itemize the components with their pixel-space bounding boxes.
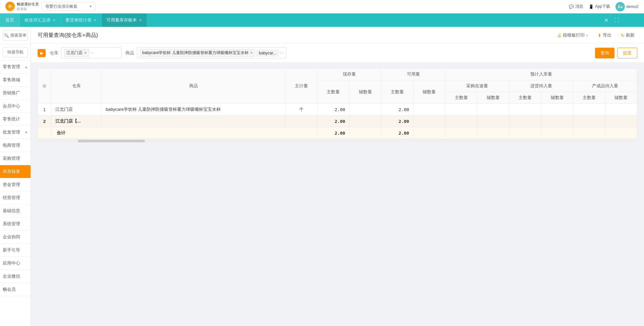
sidebar-item-ecommerce[interactable]: 电商管理 — [0, 139, 31, 152]
sidebar-item-marketing[interactable]: 营销推广 — [0, 87, 31, 100]
tab-available-close[interactable]: ✕ — [139, 18, 142, 22]
top-header: 好 畅捷通好生意 标准版 母婴行业演示账套 ▾ 💬 消息 📱 App下载 Ea … — [0, 0, 644, 13]
nav-expand-btn[interactable]: ⛶ — [612, 17, 621, 23]
warehouse-ellipsis[interactable]: ··· — [91, 51, 94, 55]
col-estimated-header: 预计入库量 — [445, 68, 637, 80]
logo-text-block: 畅捷通好生意 标准版 — [17, 2, 39, 11]
col-stock-header: 现存量 — [317, 68, 381, 80]
sidebar-item-label: 应用中心 — [3, 260, 20, 266]
scrollbar-thumb[interactable] — [78, 140, 145, 142]
cell-finished-aux — [605, 104, 637, 115]
tab-receive[interactable]: 收发存汇总表 ✕ — [20, 13, 61, 27]
sidebar-item-enterprise[interactable]: 企业协同 — [0, 231, 31, 244]
table-settings-icon[interactable]: ⚙ — [42, 83, 47, 89]
cell-stock-main: 2.00 — [317, 104, 349, 115]
summary-purchase-main — [445, 127, 477, 139]
sidebar-item-purchase[interactable]: 采购管理 — [0, 152, 31, 165]
page-header: 可用量查询(按仓库+商品) 🖨 按模板打印 ▾ ⬆ 导出 ↻ 刷新 — [31, 27, 644, 43]
col-incoming-main: 主数量 — [509, 92, 541, 104]
sidebar-item-vip[interactable]: 畅会员 — [0, 283, 31, 296]
message-btn[interactable]: 💬 消息 — [569, 4, 583, 9]
sidebar-item-basic-info[interactable]: 基础信息 — [0, 204, 31, 218]
sidebar-item-retail-mall[interactable]: 零售商城 — [0, 74, 31, 87]
quick-nav-area: 快捷导航 — [0, 44, 31, 60]
warehouse-tag-remove[interactable]: ✕ — [84, 51, 87, 55]
cell-purchase-main — [445, 104, 477, 115]
header-left: 好 畅捷通好生意 标准版 母婴行业演示账套 ▾ — [5, 2, 95, 11]
quick-nav-btn[interactable]: 快捷导航 — [3, 47, 28, 57]
export-label: 导出 — [603, 32, 611, 38]
sidebar-item-label: 营销推广 — [3, 90, 20, 96]
export-btn[interactable]: ⬆ 导出 — [595, 31, 614, 40]
sidebar-item-batch-mgmt[interactable]: 批发管理 ▼ — [0, 126, 31, 139]
chevron-down-icon: ▾ — [90, 4, 92, 9]
nav-close-btn[interactable]: ✕ — [602, 17, 610, 24]
query-btn[interactable]: 查询 — [595, 48, 614, 58]
search-menu-btn[interactable]: 🔍 搜索菜单 — [3, 30, 28, 41]
tab-order[interactable]: 要货单统计表 ✕ — [61, 13, 102, 27]
sidebar-item-finance[interactable]: 资金管理 — [0, 178, 31, 191]
tab-order-label: 要货单统计表 — [65, 17, 92, 23]
sidebar-item-inventory[interactable]: 库存核算 — [0, 165, 31, 178]
col-settings-header: ⚙ — [38, 68, 51, 104]
sidebar-item-label: 经营管理 — [3, 195, 20, 201]
filter-row: ▶ 仓库 江北门店 ✕ ··· 商品 babycare学饮杯 儿童防摔防撞吸管杯… — [31, 43, 644, 63]
tab-receive-label: 收发存汇总表 — [24, 17, 51, 23]
sidebar-item-app-center[interactable]: 应用中心 — [0, 257, 31, 270]
cell-incoming-aux — [541, 115, 573, 127]
table-container: ⚙ 仓库 商品 主计量 现存量 可用量 预计入库量 主数量 辅数量 主数量 辅数… — [31, 63, 644, 326]
app-download-label: App下载 — [595, 4, 610, 9]
warehouse-input[interactable]: 江北门店 ✕ ··· — [61, 47, 121, 58]
page-title: 可用量查询(按仓库+商品) — [38, 32, 98, 39]
sidebar-item-member[interactable]: 会员中心 — [0, 100, 31, 113]
sidebar-item-new-guide[interactable]: 新手引导 — [0, 244, 31, 257]
sidebar-item-label: 采购管理 — [3, 155, 20, 161]
sidebar-item-label: 零售管理 — [3, 64, 20, 70]
tab-receive-close[interactable]: ✕ — [53, 18, 56, 22]
industry-label: 母婴行业演示账套 — [45, 4, 77, 9]
sidebar-item-operations[interactable]: 经营管理 — [0, 191, 31, 204]
username: demo2 — [626, 4, 639, 9]
refresh-btn[interactable]: ↻ 刷新 — [618, 31, 637, 40]
horizontal-scrollbar[interactable] — [38, 140, 637, 142]
sidebar-item-system[interactable]: 系统管理 — [0, 218, 31, 231]
cell-purchase-aux — [477, 115, 509, 127]
col-unit-header: 主计量 — [285, 68, 317, 104]
print-icon: 🖨 — [557, 33, 561, 38]
col-stock-main: 主数量 — [317, 80, 349, 104]
sidebar-item-retail-mgmt[interactable]: 零售管理 ▲ — [0, 60, 31, 74]
cell-avail-aux — [413, 115, 445, 127]
cell-incoming-main — [509, 104, 541, 115]
product-tag-1-remove[interactable]: ✕ — [250, 51, 253, 55]
refresh-icon: ↻ — [621, 33, 625, 38]
filter-expand-btn[interactable]: ▶ — [38, 49, 46, 57]
sidebar-item-label: 电商管理 — [3, 142, 20, 148]
col-finished-main: 主数量 — [573, 92, 605, 104]
sidebar: 🔍 搜索菜单 快捷导航 零售管理 ▲ 零售商城 营销推广 会员中心 零售统计 批… — [0, 27, 31, 326]
cell-unit — [285, 115, 317, 127]
app-download-btn[interactable]: 📱 App下载 — [589, 4, 610, 9]
sidebar-item-label: 基础信息 — [3, 208, 20, 214]
print-btn[interactable]: 🖨 按模板打印 ▾ — [554, 31, 591, 40]
tab-home[interactable]: 首页 — [0, 13, 20, 27]
col-product-header: 商品 — [102, 68, 285, 104]
cell-avail-main: 2.00 — [381, 104, 413, 115]
product-ellipsis[interactable]: ··· — [280, 51, 283, 55]
cell-idx: 2 — [38, 115, 51, 127]
tab-order-close[interactable]: ✕ — [94, 18, 97, 22]
col-available-header: 可用量 — [381, 68, 445, 80]
summary-stock-main: 2.00 — [317, 127, 349, 139]
cell-stock-aux — [350, 115, 381, 127]
settings-btn[interactable]: 设置 — [617, 48, 637, 58]
tab-available[interactable]: 可用量库存账本 ✕ — [102, 13, 147, 27]
cell-warehouse: 江北门店 — [51, 104, 102, 115]
sidebar-item-label: 会员中心 — [3, 103, 20, 109]
search-icon: 🔍 — [4, 33, 9, 38]
industry-selector[interactable]: 母婴行业演示账套 ▾ — [42, 2, 95, 11]
product-input[interactable]: babycare学饮杯 儿童防摔防撞吸管杯重力球吸嘴杯宝宝水杯 ✕ babyca… — [137, 47, 286, 58]
sidebar-item-enterprise-wechat[interactable]: 企业微信 — [0, 270, 31, 283]
sidebar-item-retail-stats[interactable]: 零售统计 — [0, 113, 31, 126]
cell-incoming-aux — [541, 104, 573, 115]
user-profile[interactable]: Ea demo2 — [615, 2, 639, 11]
col-warehouse-header: 仓库 — [51, 68, 102, 104]
